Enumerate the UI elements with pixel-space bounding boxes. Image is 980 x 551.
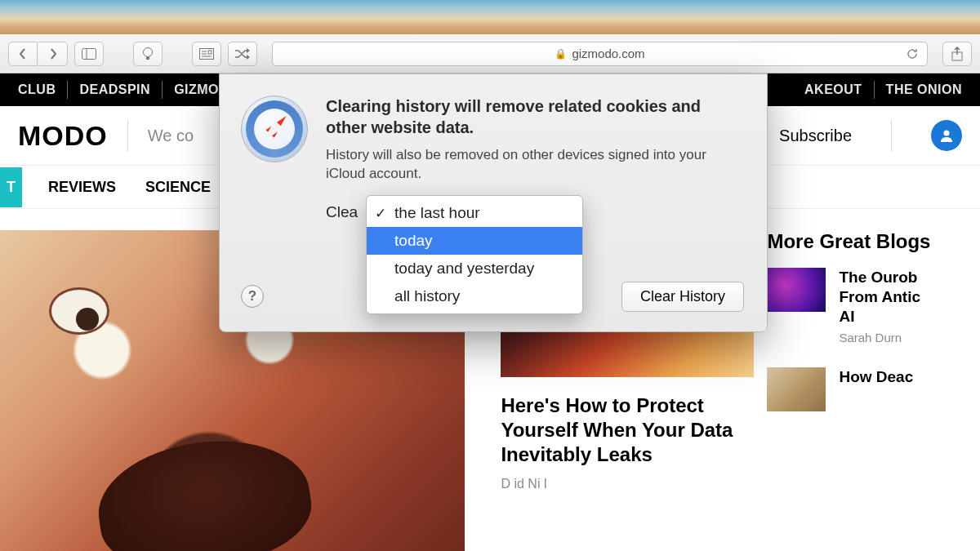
dropdown-option-last-hour[interactable]: ✓ the last hour <box>367 199 582 227</box>
clear-range-label: Clea <box>326 198 358 221</box>
check-icon: ✓ <box>375 205 386 222</box>
blog-item[interactable]: The Ourob From Antic AI Sarah Durn <box>767 268 980 344</box>
blog-author: Sarah Durn <box>839 331 920 344</box>
reload-button[interactable] <box>906 47 919 60</box>
article-byline: D id Ni l <box>501 477 742 491</box>
dropdown-option-today[interactable]: today <box>367 227 582 255</box>
dropdown-option-today-yesterday[interactable]: today and yesterday <box>367 255 582 282</box>
article-headline[interactable]: Here's How to Protect Yourself When Your… <box>501 393 742 467</box>
tips-button[interactable] <box>133 42 163 66</box>
svg-point-11 <box>944 131 950 136</box>
lock-icon: 🔒 <box>555 48 567 60</box>
site-logo[interactable]: MODO <box>18 120 108 152</box>
dropdown-option-all-history[interactable]: all history <box>367 282 582 310</box>
network-link[interactable]: AKEOUT <box>793 82 874 97</box>
reader-button[interactable] <box>192 42 221 66</box>
back-button[interactable] <box>8 42 38 66</box>
sidebar-heading: More Great Blogs <box>767 230 980 253</box>
network-link[interactable]: CLUB <box>7 82 67 97</box>
svg-rect-0 <box>82 48 96 59</box>
browser-toolbar: 🔒 gizmodo.com <box>0 34 980 73</box>
user-icon[interactable] <box>931 120 962 151</box>
clear-history-dialog: Clearing history will remove related coo… <box>219 73 768 332</box>
subscribe-link[interactable]: Subscribe <box>779 127 852 145</box>
tab-science[interactable]: SCIENCE <box>142 179 214 196</box>
blog-title: The Ourob From Antic AI <box>839 268 920 326</box>
share-button[interactable] <box>942 42 972 66</box>
svg-rect-8 <box>208 51 212 54</box>
blog-item[interactable]: How Deac <box>767 367 980 411</box>
sidebar-toggle-button[interactable] <box>74 42 104 66</box>
network-link[interactable]: DEADSPIN <box>68 82 162 97</box>
forward-button[interactable] <box>38 42 68 66</box>
clear-history-button[interactable]: Clear History <box>621 282 744 312</box>
tagline: We co <box>148 127 194 145</box>
network-link[interactable]: THE ONION <box>875 82 973 97</box>
tab-active[interactable]: T <box>0 167 22 207</box>
dropdown-menu: ✓ the last hour today today and yesterda… <box>366 195 583 314</box>
address-bar[interactable]: 🔒 gizmodo.com <box>272 42 928 66</box>
blog-title: How Deac <box>839 367 913 387</box>
svg-rect-3 <box>146 57 149 60</box>
divider <box>891 119 892 152</box>
divider <box>127 119 128 152</box>
blog-thumb <box>767 268 826 312</box>
safari-icon <box>241 96 308 162</box>
svg-point-2 <box>144 47 153 56</box>
dialog-title: Clearing history will remove related coo… <box>326 96 744 138</box>
dialog-subtitle: History will also be removed on other de… <box>326 146 744 184</box>
desktop-wallpaper <box>0 0 980 34</box>
help-button[interactable]: ? <box>241 285 264 308</box>
blog-thumb <box>767 367 826 411</box>
shuffle-button[interactable] <box>228 42 257 66</box>
tab-reviews[interactable]: REVIEWS <box>45 179 119 196</box>
address-text: gizmodo.com <box>572 47 644 60</box>
